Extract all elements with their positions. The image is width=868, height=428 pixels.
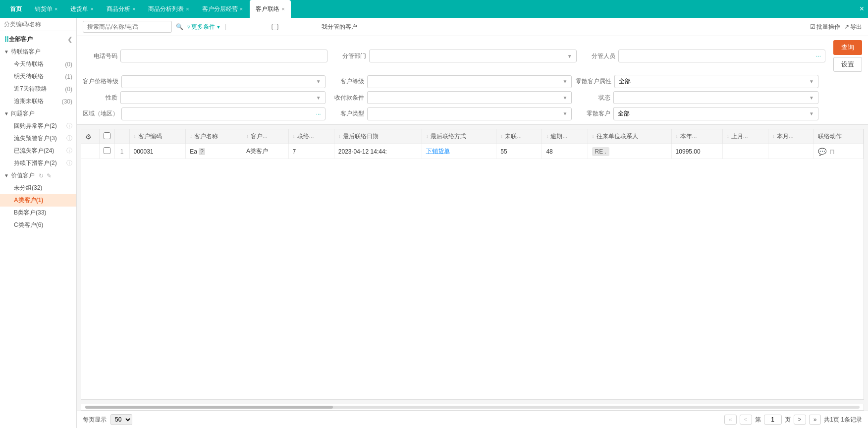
retail-attr-dropdown[interactable]: 全部 ▼	[614, 75, 818, 88]
sort-icon[interactable]: ↕	[727, 134, 729, 139]
export-button[interactable]: ↗ 导出	[844, 23, 862, 31]
filter-cell-status: 状态 ▼	[576, 91, 818, 104]
page-input[interactable]	[764, 415, 782, 425]
retail-attr-label: 零散客户属性	[576, 77, 611, 86]
close-all-button[interactable]: ×	[860, 4, 864, 13]
sort-icon[interactable]: ↕	[676, 134, 678, 139]
chevron-down-icon: ▼	[809, 111, 814, 116]
sort-icon[interactable]: ↕	[546, 134, 548, 139]
sidebar-item-tomorrow[interactable]: 明天待联络(1)	[0, 70, 76, 83]
batch-op-button[interactable]: ☑ 批量操作	[810, 23, 840, 31]
sort-icon[interactable]: ↕	[772, 134, 775, 139]
row-this-year: 10995.00	[671, 144, 722, 159]
table-header-row: ⚙ ↕ 客户编码	[81, 129, 864, 144]
sort-icon[interactable]: ↕	[246, 134, 249, 139]
sidebar-search-input[interactable]	[4, 21, 77, 28]
sidebar-item-loss-warning[interactable]: 流失预警客户(3) ⓘ	[0, 132, 76, 145]
first-page-button[interactable]: «	[724, 415, 737, 425]
customer-level-dropdown[interactable]: ▼	[367, 75, 572, 88]
close-purchase-tab[interactable]: ×	[90, 6, 93, 12]
nav-tab-purchase[interactable]: 进货单 ×	[64, 0, 99, 18]
retail-customer-dropdown[interactable]: 全部 ▼	[613, 107, 818, 120]
nav-tab-sales[interactable]: 销货单 ×	[29, 0, 63, 18]
info-icon: ⓘ	[66, 122, 72, 130]
customer-type-dropdown[interactable]: ▼	[367, 107, 572, 120]
row-name[interactable]: Ea ?	[186, 144, 242, 159]
sidebar-collapse-icon[interactable]: ❮	[67, 36, 72, 43]
region-dropdown[interactable]: ···	[121, 107, 326, 120]
per-page-select[interactable]: 50	[110, 414, 132, 425]
price-level-dropdown[interactable]: ▼	[121, 75, 326, 88]
search-input[interactable]	[83, 21, 172, 33]
more-filters-button[interactable]: ▿ 更多条件 ▼	[187, 23, 221, 31]
sidebar-item-today[interactable]: 今天待联络(0)	[0, 58, 76, 70]
settings-button[interactable]: 设置	[833, 57, 862, 72]
filter-cell-customer-level: 客户等级 ▼	[329, 75, 572, 88]
horizontal-scrollbar[interactable]	[85, 406, 860, 409]
nav-tab-customer-segment[interactable]: 客户分层经营 ×	[196, 0, 249, 18]
person-dropdown[interactable]: ···	[618, 50, 825, 62]
sidebar-item-7days[interactable]: 近7天待联络(0)	[0, 83, 76, 95]
filter-actions: 查询 设置	[833, 40, 862, 72]
info-icon: ⓘ	[66, 147, 72, 155]
row-checkbox[interactable]	[104, 147, 110, 154]
dept-dropdown[interactable]: ▼	[369, 50, 576, 62]
col-this-year: ↕ 本年...	[671, 129, 722, 144]
status-dropdown[interactable]: ▼	[613, 91, 818, 104]
sidebar-item-ungroup[interactable]: 未分组(32)	[0, 182, 76, 194]
sidebar-item-b-class[interactable]: B类客户(33)	[0, 207, 76, 219]
filter-cell-phone: 电话号码	[83, 50, 327, 62]
sort-icon[interactable]: ↕	[500, 134, 503, 139]
sidebar-item-lost[interactable]: 已流失客户(24) ⓘ	[0, 145, 76, 157]
arrow-icon: ▼	[4, 49, 9, 54]
sidebar-item-overdue[interactable]: 逾期未联络(30)	[0, 95, 76, 107]
payment-dropdown[interactable]: ▼	[367, 91, 572, 104]
last-page-button[interactable]: »	[809, 415, 821, 425]
filter-cell-customer-type: 客户类型 ▼	[329, 107, 572, 120]
next-page-button[interactable]: >	[794, 415, 806, 425]
sidebar-item-a-class[interactable]: A类客户(1)	[0, 194, 76, 207]
select-all-checkbox[interactable]	[104, 132, 110, 139]
sidebar-section-value[interactable]: ▼ 价值客户 ↻ ✎	[0, 169, 76, 182]
sidebar-section-problem[interactable]: ▼ 问题客户	[0, 107, 76, 120]
chat-icon[interactable]: 💬	[818, 148, 826, 156]
sort-icon[interactable]: ↕	[426, 134, 429, 139]
sidebar-item-c-class[interactable]: C类客户(6)	[0, 219, 76, 231]
nav-tab-home[interactable]: 首页	[4, 0, 28, 18]
filter-bar: 🔍 ▿ 更多条件 ▼ | 我分管的客户 ☑ 批量操作 ↗ 导出	[77, 18, 868, 36]
sidebar-section-pending[interactable]: ▼ 待联络客户	[0, 46, 76, 58]
status-label: 状态	[576, 94, 610, 102]
nav-tab-goods-analysis[interactable]: 商品分析 ×	[101, 0, 141, 18]
gear-icon[interactable]: ⚙	[85, 133, 92, 141]
arrow-icon: ▼	[4, 173, 9, 178]
my-customers-checkbox[interactable]	[230, 24, 320, 30]
search-button[interactable]: 🔍	[176, 23, 183, 30]
pagination: 每页显示 50 « < 第 页 > » 共1页 1条记录	[77, 411, 868, 428]
filter-cell-dept: 分管部门 ▼	[331, 50, 576, 62]
sidebar-item-abnormal[interactable]: 回购异常客户(2) ⓘ	[0, 120, 76, 132]
close-sales-tab[interactable]: ×	[54, 6, 57, 12]
prev-page-button[interactable]: <	[740, 415, 752, 425]
close-customer-contact-tab[interactable]: ×	[281, 6, 284, 12]
col-this-month: ↕ 本月...	[768, 129, 814, 144]
grid-icon[interactable]: ⊓	[829, 148, 835, 156]
sidebar-item-declining[interactable]: 持续下滑客户(2) ⓘ	[0, 157, 76, 169]
nature-dropdown[interactable]: ▼	[120, 91, 326, 104]
filter-cell-retail-attr: 零散客户属性 全部 ▼	[576, 75, 818, 88]
all-customers-label: 全部客户	[9, 35, 33, 44]
close-customer-segment-tab[interactable]: ×	[240, 6, 243, 12]
close-goods-list-tab[interactable]: ×	[186, 6, 189, 12]
close-goods-analysis-tab[interactable]: ×	[132, 6, 135, 12]
sort-icon[interactable]: ↕	[134, 134, 136, 139]
edit-icon[interactable]: ✎	[47, 172, 52, 179]
nav-tab-customer-contact[interactable]: 客户联络 ×	[250, 0, 290, 18]
sort-icon[interactable]: ↕	[338, 134, 341, 139]
sort-icon[interactable]: ↕	[592, 134, 595, 139]
sort-icon[interactable]: ↕	[190, 134, 192, 139]
nav-tab-goods-list[interactable]: 商品分析列表 ×	[142, 0, 195, 18]
refresh-icon[interactable]: ↻	[39, 172, 44, 179]
phone-input[interactable]	[120, 50, 327, 62]
row-last-method[interactable]: 下销货单	[422, 144, 496, 159]
query-button[interactable]: 查询	[833, 40, 862, 55]
sort-icon[interactable]: ↕	[293, 134, 295, 139]
